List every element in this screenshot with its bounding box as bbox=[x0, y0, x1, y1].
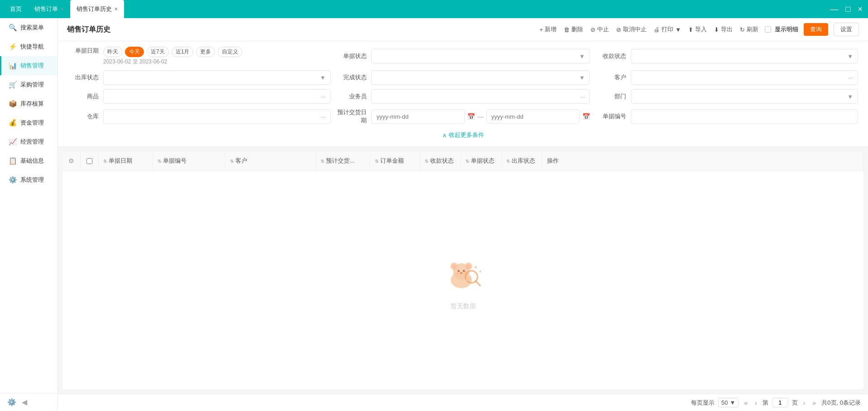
sidebar-item-purchase[interactable]: 🛒 采购管理 bbox=[0, 75, 58, 94]
cancel-stop-icon: ⊘ bbox=[616, 26, 621, 33]
new-button[interactable]: + 新增 bbox=[539, 24, 558, 35]
tab-home[interactable]: 首页 bbox=[4, 0, 28, 18]
svg-point-11 bbox=[454, 272, 459, 275]
last7days-btn[interactable]: 近7天 bbox=[147, 47, 169, 57]
sort-icon-stock: ⇅ bbox=[506, 159, 510, 164]
goods-dots: ··· bbox=[321, 93, 326, 100]
show-detail-checkbox-label[interactable]: 显示明细 bbox=[765, 25, 798, 34]
tab-history-close[interactable]: × bbox=[115, 6, 118, 12]
table-area: ⚙ ⇅ 单据日期 ⇅ 单据编号 ⇅ 客户 ⇅ bbox=[62, 151, 863, 389]
search-icon: 🔍 bbox=[9, 24, 17, 32]
delete-button[interactable]: 🗑 删除 bbox=[563, 24, 584, 35]
yesterday-btn[interactable]: 昨天 bbox=[103, 47, 122, 57]
topbar-restore-button[interactable]: □ bbox=[844, 5, 853, 14]
content-area: 销售订单历史 + 新增 🗑 删除 ⊘ 中止 ⊘ 取消中止 bbox=[58, 18, 868, 411]
svg-point-6 bbox=[457, 270, 460, 272]
stock-out-arrow: ▼ bbox=[320, 74, 326, 81]
svg-point-5 bbox=[466, 264, 470, 269]
collapse-sidebar-icon[interactable]: ◀ bbox=[22, 398, 27, 406]
sidebar-item-inventory[interactable]: 📦 库存核算 bbox=[0, 94, 58, 113]
settings-bottom-icon[interactable]: ⚙️ bbox=[7, 398, 16, 406]
sidebar-item-sales[interactable]: 📊 销售管理 bbox=[0, 56, 58, 75]
sort-icon-amount: ⇅ bbox=[375, 159, 379, 164]
th-delivery[interactable]: ⇅ 预计交货... bbox=[316, 151, 370, 170]
page-size-select[interactable]: 50 ▼ bbox=[718, 398, 739, 407]
th-date[interactable]: ⇅ 单据日期 bbox=[99, 151, 153, 170]
topbar-close-button[interactable]: — bbox=[829, 5, 840, 14]
delivery-date-start[interactable] bbox=[371, 109, 465, 124]
sidebar-item-finance[interactable]: 💰 资金管理 bbox=[0, 113, 58, 132]
last-page-btn[interactable]: » bbox=[811, 399, 818, 406]
sidebar-item-business[interactable]: 📈 经营管理 bbox=[0, 132, 58, 151]
warehouse-input[interactable]: ··· bbox=[103, 109, 331, 124]
sidebar-bottom: ⚙️ ◀ bbox=[0, 393, 58, 411]
filter-row-1: 单据日期 昨天 今天 近7天 近1月 更多 自定义 2023-06-02 至 2… bbox=[67, 47, 859, 66]
customer-input[interactable]: ··· bbox=[631, 70, 858, 85]
cancel-stop-button[interactable]: ⊘ 取消中止 bbox=[615, 24, 647, 35]
import-button[interactable]: ⬆ 导入 bbox=[687, 24, 708, 35]
topbar: 首页 销售订单 × 销售订单历史 × — □ × bbox=[0, 0, 868, 18]
th-order[interactable]: ⇅ 单据编号 bbox=[153, 151, 225, 170]
print-button[interactable]: 🖨 打印 ▼ bbox=[653, 24, 682, 35]
bill-status-select[interactable]: ▼ bbox=[371, 49, 590, 63]
custom-btn[interactable]: 自定义 bbox=[218, 47, 242, 57]
tab-sales-order-history[interactable]: 销售订单历史 × bbox=[70, 0, 124, 18]
table-header: ⚙ ⇅ 单据日期 ⇅ 单据编号 ⇅ 客户 ⇅ bbox=[62, 151, 863, 171]
tab-sales-order-close[interactable]: × bbox=[61, 6, 64, 12]
collapse-filter-btn[interactable]: ∧ 收起更多条件 bbox=[67, 129, 859, 141]
select-all-checkbox[interactable] bbox=[86, 158, 92, 164]
th-gear[interactable]: ⚙ bbox=[62, 151, 81, 170]
sidebar: 🔍 搜索菜单 ⚡ 快捷导航 📊 销售管理 🛒 采购管理 📦 库存核算 💰 资金管… bbox=[0, 18, 58, 411]
sidebar-item-basic[interactable]: 📋 基础信息 bbox=[0, 151, 58, 170]
page-size-arrow: ▼ bbox=[730, 399, 736, 406]
stop-button[interactable]: ⊘ 中止 bbox=[590, 24, 610, 35]
filter-panel: 单据日期 昨天 今天 近7天 近1月 更多 自定义 2023-06-02 至 2… bbox=[58, 41, 868, 147]
topbar-exit-button[interactable]: × bbox=[856, 5, 864, 14]
calendar-end-icon[interactable]: 📅 bbox=[582, 113, 590, 120]
th-pay-status[interactable]: ⇅ 收款状态 bbox=[420, 151, 461, 170]
department-select[interactable]: ▼ bbox=[631, 89, 858, 104]
payment-status-select[interactable]: ▼ bbox=[631, 49, 858, 63]
today-btn[interactable]: 今天 bbox=[125, 47, 144, 57]
purchase-icon: 🛒 bbox=[9, 81, 17, 89]
chevron-up-icon: ∧ bbox=[442, 132, 447, 139]
finance-icon: 💰 bbox=[9, 119, 17, 127]
first-page-btn[interactable]: « bbox=[742, 399, 749, 406]
show-detail-checkbox[interactable] bbox=[765, 26, 771, 33]
th-amount[interactable]: ⇅ 订单金额 bbox=[370, 151, 420, 170]
sidebar-item-quicknav[interactable]: ⚡ 快捷导航 bbox=[0, 37, 58, 56]
export-button[interactable]: ⬇ 导出 bbox=[713, 24, 734, 35]
salesperson-label: 业务员 bbox=[335, 92, 371, 101]
order-number-input[interactable] bbox=[631, 109, 858, 124]
th-checkbox[interactable] bbox=[81, 151, 99, 170]
query-button[interactable]: 查询 bbox=[804, 23, 828, 36]
more-btn[interactable]: 更多 bbox=[196, 47, 215, 57]
quicknav-icon: ⚡ bbox=[9, 43, 17, 51]
th-customer[interactable]: ⇅ 客户 bbox=[225, 151, 316, 170]
delivery-date-end[interactable] bbox=[486, 109, 580, 124]
complete-status-label: 完成状态 bbox=[335, 73, 371, 82]
last1month-btn[interactable]: 近1月 bbox=[172, 47, 194, 57]
tab-sales-order[interactable]: 销售订单 × bbox=[28, 0, 70, 18]
payment-status-label: 收款状态 bbox=[595, 52, 631, 60]
calendar-start-icon[interactable]: 📅 bbox=[467, 113, 475, 120]
delivery-date-group: 📅 — 📅 bbox=[371, 109, 590, 124]
next-page-btn[interactable]: › bbox=[801, 399, 807, 406]
th-stock-status[interactable]: ⇅ 出库状态 bbox=[502, 151, 542, 170]
export-icon: ⬇ bbox=[714, 26, 719, 33]
gear-icon[interactable]: ⚙ bbox=[68, 157, 74, 164]
delivery-date-label: 预计交货日期 bbox=[335, 108, 371, 125]
refresh-button[interactable]: ↻ 刷新 bbox=[739, 24, 759, 35]
stock-out-label: 出库状态 bbox=[67, 73, 103, 82]
svg-point-4 bbox=[452, 264, 456, 269]
sidebar-item-search[interactable]: 🔍 搜索菜单 bbox=[0, 18, 58, 37]
stock-out-select[interactable]: ▼ bbox=[103, 70, 331, 85]
complete-status-select[interactable]: ▼ bbox=[371, 70, 590, 85]
salesperson-input[interactable]: ··· bbox=[371, 89, 590, 104]
goods-input[interactable]: ··· bbox=[103, 89, 331, 104]
page-number-input[interactable] bbox=[772, 398, 788, 407]
prev-page-btn[interactable]: ‹ bbox=[753, 399, 759, 406]
th-bill-status[interactable]: ⇅ 单据状态 bbox=[461, 151, 502, 170]
settings-button[interactable]: 设置 bbox=[834, 23, 859, 36]
sidebar-item-system[interactable]: ⚙️ 系统管理 bbox=[0, 170, 58, 189]
